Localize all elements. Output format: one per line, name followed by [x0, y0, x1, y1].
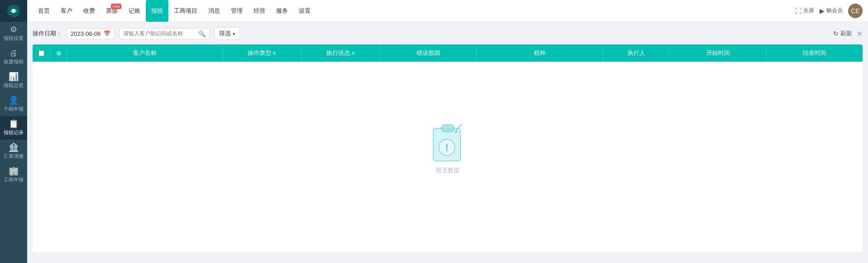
record-icon: 📋	[9, 120, 19, 128]
calendar-icon: 📅	[104, 30, 110, 37]
fullscreen-icon: ⛶	[795, 7, 801, 15]
th-type[interactable]: 操作类型 ⇅	[223, 44, 302, 62]
nav-piao[interactable]: 票据 new	[101, 0, 123, 22]
toolbar: 操作日期： 2023-06-06 📅 🔍 筛选 ▾ ↻ 刷新 ✕	[33, 27, 863, 40]
nav-home[interactable]: 首页	[33, 0, 55, 22]
sidebar-logo[interactable]	[0, 0, 27, 22]
table-container: ⚙ 客户名称 操作类型 ⇅ 执行状态 ⇅ 错误股因 税种	[33, 44, 863, 252]
empty-state: ! 暂无数据	[33, 62, 863, 233]
sidebar-item-baoshui-shezhi[interactable]: ⚙ 报税设置	[0, 22, 27, 45]
sidebar-item-label: 报税设置	[4, 35, 24, 42]
sidebar-item-baoshui-jilu[interactable]: 📋 报税记录	[0, 116, 27, 140]
sidebar-item-geshuisenbao[interactable]: 👤 个税申报	[0, 93, 27, 116]
th-start-time: 开始时间	[670, 44, 767, 62]
sidebar-item-piliang-baoshui[interactable]: 🖨 批量报税	[0, 45, 27, 69]
fullscreen-button[interactable]: ⛶ 全屏	[795, 7, 814, 15]
column-settings-icon: ⚙	[56, 50, 62, 57]
refresh-icon: ↻	[833, 30, 839, 37]
th-checkbox[interactable]	[33, 44, 51, 62]
date-value: 2023-06-06	[71, 30, 101, 37]
settings-icon: ⚙	[10, 25, 17, 34]
personal-tax-icon: 👤	[9, 96, 19, 104]
nav-customer[interactable]: 客户	[55, 0, 78, 22]
member-button[interactable]: ▶ 畅会员	[820, 7, 843, 15]
sidebar-item-baoshui-zongllan[interactable]: 📊 报税总览	[0, 69, 27, 93]
nav-xiaoxi[interactable]: 消息	[203, 0, 225, 22]
search-icon: 🔍	[198, 30, 206, 37]
nav-gongshang[interactable]: 工商项目	[168, 0, 203, 22]
sidebar-item-label: 报税记录	[4, 129, 24, 136]
empty-text: 暂无数据	[436, 166, 460, 175]
table-header: ⚙ 客户名称 操作类型 ⇅ 执行状态 ⇅ 错误股因 税种	[33, 44, 863, 62]
table-body: ! 暂无数据	[33, 62, 863, 251]
svg-point-1	[12, 9, 15, 13]
main-content: 首页 客户 收费 票据 new 记账 报税 工商项目 消息 管理 经营	[27, 0, 868, 263]
sidebar-item-label: 批量报税	[4, 58, 24, 65]
new-badge: new	[111, 4, 121, 10]
nav-baoshui[interactable]: 报税	[146, 0, 168, 22]
batch-tax-icon: 🖨	[10, 49, 18, 57]
topbar: 首页 客户 收费 票据 new 记账 报税 工商项目 消息 管理 经营	[27, 0, 868, 22]
date-label: 操作日期：	[33, 29, 62, 38]
toolbar-right: ↻ 刷新 ✕	[833, 29, 863, 38]
sidebar-item-gongshang-nianbao[interactable]: 🏢 工商年报	[0, 163, 27, 187]
overview-icon: 📊	[9, 73, 19, 81]
refresh-button[interactable]: ↻ 刷新	[833, 29, 852, 38]
nav-fuwu[interactable]: 服务	[271, 0, 293, 22]
close-button[interactable]: ✕	[857, 29, 863, 38]
nav-jizhang[interactable]: 记账	[123, 0, 146, 22]
annual-report-icon: 🏢	[9, 167, 19, 175]
sidebar-item-huisuan-jiaona[interactable]: 🏦 汇算清缴	[0, 140, 27, 163]
settlement-icon: 🏦	[9, 143, 19, 151]
th-name: 客户名称	[67, 44, 223, 62]
topbar-right: ⛶ 全屏 ▶ 畅会员 CE	[795, 4, 863, 18]
th-settings[interactable]: ⚙	[51, 44, 67, 62]
refresh-label: 刷新	[840, 29, 852, 38]
nav-jingying[interactable]: 经营	[248, 0, 271, 22]
sidebar-item-label: 汇算清缴	[4, 153, 24, 160]
avatar[interactable]: CE	[848, 4, 863, 18]
svg-rect-4	[441, 125, 454, 132]
search-box: 🔍	[119, 28, 210, 39]
svg-text:!: !	[445, 142, 448, 153]
sort-icon: ⇅	[351, 51, 355, 56]
search-input[interactable]	[123, 30, 197, 37]
sort-icon: ⇅	[273, 51, 276, 56]
filter-label: 筛选	[219, 29, 231, 38]
sidebar: ⚙ 报税设置 🖨 批量报税 📊 报税总览 👤 个税申报 📋 报税记录 🏦 汇算清…	[0, 0, 27, 263]
sidebar-item-label: 报税总览	[4, 82, 24, 89]
select-all-checkbox[interactable]	[38, 50, 44, 56]
nav-guanli[interactable]: 管理	[225, 0, 248, 22]
member-icon: ▶	[820, 7, 825, 15]
th-error: 错误股因	[380, 44, 477, 62]
th-executor: 执行人	[603, 44, 670, 62]
empty-illustration: !	[430, 120, 466, 161]
nav-shezhi[interactable]: 设置	[293, 0, 316, 22]
sidebar-item-label: 个税申报	[4, 106, 24, 112]
th-status[interactable]: 执行状态 ⇅	[302, 44, 380, 62]
th-end-time: 结束时间	[767, 44, 863, 62]
page-content: 操作日期： 2023-06-06 📅 🔍 筛选 ▾ ↻ 刷新 ✕	[27, 22, 868, 263]
nav-shoufei[interactable]: 收费	[78, 0, 101, 22]
th-tax: 税种	[477, 44, 603, 62]
filter-button[interactable]: 筛选 ▾	[214, 27, 240, 40]
date-picker[interactable]: 2023-06-06 📅	[67, 28, 115, 39]
sidebar-item-label: 工商年报	[4, 176, 24, 183]
chevron-down-icon: ▾	[233, 31, 235, 36]
